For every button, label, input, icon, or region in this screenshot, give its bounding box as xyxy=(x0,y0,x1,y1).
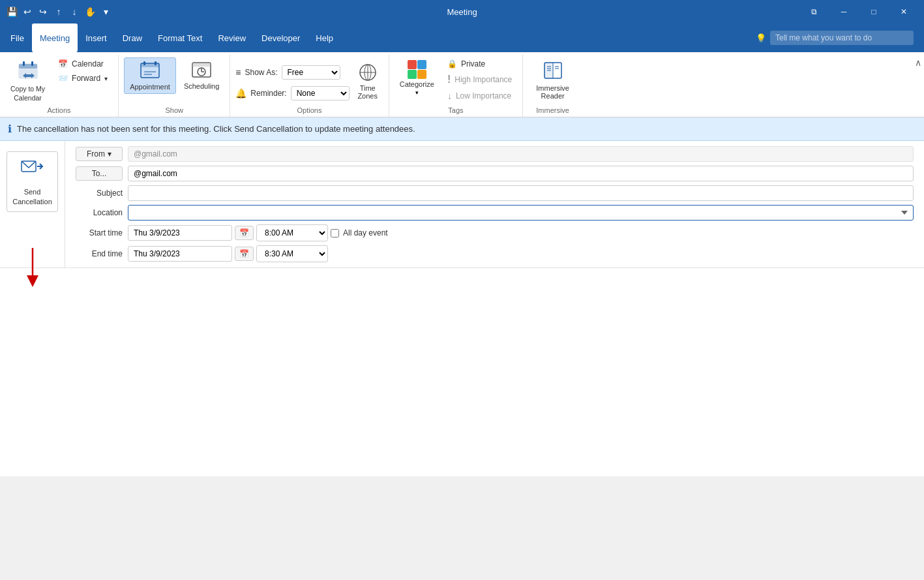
start-date-input[interactable]: Thu 3/9/2023 xyxy=(128,225,232,241)
tags-group-label: Tags xyxy=(395,105,518,117)
down-icon[interactable]: ↓ xyxy=(68,5,81,18)
low-importance-label: Low Importance xyxy=(456,91,511,100)
search-input[interactable] xyxy=(770,31,914,45)
svg-marker-30 xyxy=(27,275,38,287)
touch-icon[interactable]: ✋ xyxy=(83,5,97,18)
options-selects: ≡ Show As: Free Busy Tentative Out of Of… xyxy=(235,61,349,102)
start-calendar-icon: 📅 xyxy=(239,228,249,237)
all-day-label: All day event xyxy=(331,228,388,237)
send-cancellation-label: SendCancellation xyxy=(12,187,52,206)
scheduling-button[interactable]: Scheduling xyxy=(179,57,224,93)
end-time-label: End time xyxy=(76,249,123,258)
svg-rect-3 xyxy=(31,61,33,66)
restore-button[interactable]: ⧉ xyxy=(799,0,829,23)
reminder-label: Reminder: xyxy=(250,89,286,98)
calendar-button[interactable]: 📅 File Calendar xyxy=(53,57,113,70)
ribbon-group-tags-content: Categorize ▾ 🔒 Private ! High Importance… xyxy=(395,57,518,105)
lightbulb-icon: 💡 xyxy=(756,33,766,43)
start-calendar-button[interactable]: 📅 xyxy=(235,226,254,240)
start-time-select[interactable]: 8:00 AM 8:30 AM 9:00 AM xyxy=(256,224,328,241)
to-row: To... @gmail.com xyxy=(76,166,914,181)
private-label: Private xyxy=(461,59,485,69)
show-as-row: ≡ Show As: Free Busy Tentative Out of Of… xyxy=(235,64,349,81)
menu-format-text[interactable]: Format Text xyxy=(150,23,210,52)
categorize-button[interactable]: Categorize ▾ xyxy=(395,57,440,99)
time-zones-icon xyxy=(359,63,377,83)
location-select[interactable] xyxy=(128,205,914,221)
end-date-input[interactable]: Thu 3/9/2023 xyxy=(128,246,232,262)
ribbon-collapse-button[interactable]: ∧ xyxy=(912,55,924,117)
copy-calendar-icon xyxy=(18,60,38,84)
svg-rect-7 xyxy=(155,61,156,65)
save-icon[interactable]: 💾 xyxy=(5,5,18,18)
reminder-icon: 🔔 xyxy=(235,88,246,99)
menu-developer[interactable]: Developer xyxy=(254,23,308,52)
to-button[interactable]: To... xyxy=(76,166,123,181)
redo-icon[interactable]: ↪ xyxy=(37,5,50,18)
to-label: To... xyxy=(92,169,107,178)
subject-label: Subject xyxy=(76,189,123,198)
menu-file[interactable]: File xyxy=(3,23,32,52)
subject-row: Subject xyxy=(76,185,914,201)
all-day-checkbox[interactable] xyxy=(331,229,339,237)
send-cancellation-button[interactable]: SendCancellation xyxy=(7,151,58,212)
time-zones-label: TimeZones xyxy=(357,84,378,100)
end-time-select[interactable]: 8:00 AM 8:30 AM 9:00 AM xyxy=(256,245,328,262)
show-as-select[interactable]: Free Busy Tentative Out of Office xyxy=(282,65,340,80)
up-icon[interactable]: ↑ xyxy=(52,5,65,18)
low-importance-button[interactable]: ↓ Low Importance xyxy=(442,89,517,103)
forward-button[interactable]: 📨 Forward ▾ xyxy=(53,72,113,85)
appointment-button[interactable]: Appointment xyxy=(124,57,176,94)
menu-help[interactable]: Help xyxy=(308,23,341,52)
body-area[interactable] xyxy=(0,267,924,476)
to-field[interactable]: @gmail.com xyxy=(128,166,914,181)
categorize-dropdown-icon: ▾ xyxy=(415,89,419,96)
quick-access-dropdown[interactable]: ▾ xyxy=(99,5,112,18)
location-label: Location xyxy=(76,208,123,217)
menu-draw[interactable]: Draw xyxy=(115,23,150,52)
form-fields: From ▾ @gmail.com To... @gmail.com Subje… xyxy=(65,141,924,267)
minimize-button[interactable]: ─ xyxy=(829,0,859,23)
collapse-icon: ∧ xyxy=(915,57,921,68)
window-controls: ⧉ ─ □ ✕ xyxy=(799,0,919,23)
subject-field[interactable] xyxy=(128,185,914,201)
menu-insert[interactable]: Insert xyxy=(78,23,115,52)
ribbon: Copy to MyCalendar 📅 File Calendar 📨 For… xyxy=(0,52,924,117)
from-value: @gmail.com xyxy=(128,146,914,162)
lock-icon: 🔒 xyxy=(447,59,457,69)
reminder-select[interactable]: None 5 minutes 15 minutes 30 minutes xyxy=(291,86,350,100)
end-calendar-button[interactable]: 📅 xyxy=(235,247,254,261)
menu-meeting[interactable]: Meeting xyxy=(32,23,78,52)
high-importance-icon: ! xyxy=(447,74,451,85)
show-as-icon: ≡ xyxy=(235,67,241,78)
immersive-reader-button[interactable]: ImmersiveReader xyxy=(528,57,577,102)
title-bar: 💾 ↩ ↪ ↑ ↓ ✋ ▾ Meeting ⧉ ─ □ ✕ xyxy=(0,0,924,23)
copy-calendar-label: Copy to MyCalendar xyxy=(10,85,45,102)
show-as-label: Show As: xyxy=(245,68,278,77)
ribbon-group-actions-content: Copy to MyCalendar 📅 File Calendar 📨 For… xyxy=(5,57,113,105)
undo-icon[interactable]: ↩ xyxy=(21,5,34,18)
high-importance-button[interactable]: ! High Importance xyxy=(442,72,517,87)
actions-small-btns: 📅 File Calendar 📨 Forward ▾ xyxy=(53,57,113,85)
close-button[interactable]: ✕ xyxy=(889,0,919,23)
menu-review[interactable]: Review xyxy=(210,23,254,52)
private-button[interactable]: 🔒 Private xyxy=(442,57,517,70)
ribbon-group-immersive-content: ImmersiveReader xyxy=(528,57,577,105)
scheduling-label: Scheduling xyxy=(184,82,219,90)
all-day-text: All day event xyxy=(343,228,388,237)
from-button[interactable]: From ▾ xyxy=(76,147,123,161)
maximize-button[interactable]: □ xyxy=(859,0,889,23)
end-time-row: End time Thu 3/9/2023 📅 8:00 AM 8:30 AM … xyxy=(76,245,914,262)
actions-group-label: Actions xyxy=(5,105,113,117)
ribbon-group-options: ≡ Show As: Free Busy Tentative Out of Of… xyxy=(230,55,389,117)
time-zones-button[interactable]: TimeZones xyxy=(352,61,383,102)
end-datetime-group: Thu 3/9/2023 📅 8:00 AM 8:30 AM 9:00 AM xyxy=(128,245,328,262)
copy-to-my-calendar-button[interactable]: Copy to MyCalendar xyxy=(5,57,50,105)
forward-dropdown-icon: ▾ xyxy=(104,75,108,82)
info-message: The cancellation has not been sent for t… xyxy=(17,124,415,134)
ribbon-group-immersive: ImmersiveReader Immersive xyxy=(523,55,582,117)
options-group-label: Options xyxy=(235,105,383,117)
svg-rect-2 xyxy=(23,61,25,66)
svg-rect-11 xyxy=(192,63,211,67)
ribbon-group-tags: Categorize ▾ 🔒 Private ! High Importance… xyxy=(389,55,524,117)
